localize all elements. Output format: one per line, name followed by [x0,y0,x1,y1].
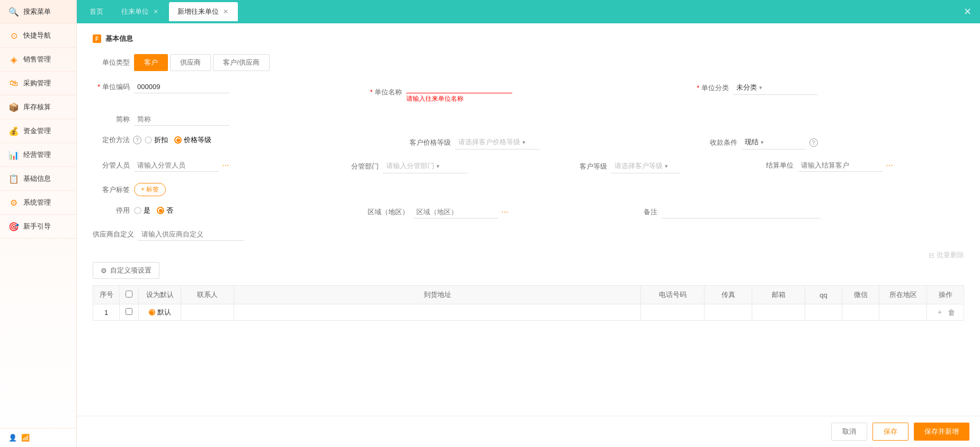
sidebar-label-system: 系统管理 [23,198,51,207]
manager-label: 分管人员 [93,161,130,170]
unit-category-group: 单位分类 未分类 ▾ [692,81,964,95]
section-title: F 基本信息 [93,34,964,43]
remarks-input[interactable] [662,206,821,218]
alias-label: 简称 [93,115,130,124]
row-add-icon[interactable]: ＋ [936,308,943,317]
td-qq [805,304,842,321]
th-action: 操作 [927,286,964,304]
alias-group: 简称 [93,113,964,126]
sidebar-item-quicknav[interactable]: ⊙ 快捷导航 [0,24,76,48]
unit-code-input[interactable] [134,81,229,93]
unit-name-input[interactable] [406,81,512,93]
section-icon: F [93,34,101,43]
tab-new-partner-close[interactable]: ✕ [222,8,229,15]
default-radio[interactable] [149,309,155,315]
region-input[interactable] [413,206,498,218]
tab-new-partner[interactable]: 新增往来单位 ✕ [169,2,238,21]
radio-no[interactable]: 否 [157,206,173,215]
customer-level-label: 客户等级 [570,162,607,171]
td-check [120,304,139,321]
th-checkbox[interactable] [126,291,132,297]
th-default: 设为默认 [139,286,181,304]
radio-yes-label: 是 [144,206,150,215]
dept-select[interactable]: 请输入分管部门 ▾ [383,159,468,173]
save-new-button[interactable]: 保存并新增 [914,423,969,441]
unit-name-error: 请输入往来单位名称 [406,94,512,103]
row-checkbox[interactable] [126,308,132,315]
radio-discount-circle [145,136,152,144]
radio-yes[interactable]: 是 [134,206,150,215]
row-actions: ＋ 🗑 [932,308,958,317]
sidebar-item-guide[interactable]: 🎯 新手引导 [0,215,76,239]
contacts-table: 序号 设为默认 联系人 到货地址 电话号码 传真 邮箱 qq 微信 所在地区 操… [93,285,964,321]
type-btn-supplier[interactable]: 供应商 [170,54,211,71]
td-region [879,304,927,321]
sidebar-label-sales: 销售管理 [23,55,51,64]
customer-level-placeholder: 请选择客户等级 [614,161,663,171]
unit-code-label: 单位编码 [93,82,130,92]
th-email: 邮箱 [752,286,805,304]
region-dots-btn[interactable]: ··· [500,207,509,217]
tab-partners-close[interactable]: ✕ [152,8,159,15]
custom-settings-button[interactable]: ⚙ 自定义项设置 [93,262,159,279]
billing-unit-input[interactable] [798,159,883,172]
payment-terms-label: 收款条件 [700,138,737,147]
unit-name-label: 单位名称 [365,87,402,97]
pricing-help-icon[interactable]: ? [133,136,141,144]
unit-category-select[interactable]: 未分类 ▾ [733,81,818,95]
unit-info-row: 单位编码 单位名称 请输入往来单位名称 单位分类 未分类 ▾ [93,81,964,103]
manager-input-wrap: ··· [134,159,230,172]
type-btn-both[interactable]: 客户/供应商 [213,54,270,71]
td-fax [705,304,752,321]
payment-terms-select[interactable]: 现结 ▾ [742,135,805,150]
sidebar-item-search[interactable]: 🔍 搜索菜单 [0,0,76,24]
batch-delete-label[interactable]: 批量删除 [937,250,964,260]
radio-discount[interactable]: 折扣 [145,135,168,145]
settings-gear-icon: ⚙ [101,267,107,275]
sidebar-item-inventory[interactable]: 📦 库存核算 [0,95,76,119]
supplier-custom-input[interactable] [138,228,244,241]
row-delete-icon[interactable]: 🗑 [948,308,955,317]
manager-input[interactable] [134,159,219,172]
sidebar-item-operations[interactable]: 📊 经营管理 [0,143,76,167]
billing-unit-wrap: ··· [798,159,894,172]
section-title-text: 基本信息 [105,34,133,43]
sidebar-item-basic[interactable]: 📋 基础信息 [0,167,76,191]
add-tag-button[interactable]: + 标签 [134,183,166,196]
tab-partners[interactable]: 往来单位 ✕ [113,2,168,21]
customer-level-select[interactable]: 请选择客户等级 ▾ [611,159,680,173]
tab-home[interactable]: 首页 [81,2,112,21]
remarks-group: 备注 [620,206,964,218]
billing-unit-dots-btn[interactable]: ··· [885,161,894,170]
radio-no-circle [157,207,164,214]
sidebar-item-sales[interactable]: ◈ 销售管理 [0,48,76,72]
sidebar-label-inventory: 库存核算 [23,102,51,112]
sidebar: 🔍 搜索菜单 ⊙ 快捷导航 ◈ 销售管理 🛍 采购管理 📦 库存核算 💰 资金管… [0,0,77,447]
td-default: 默认 [139,304,181,321]
dept-chevron: ▾ [436,163,440,170]
sidebar-item-purchase[interactable]: 🛍 采购管理 [0,72,76,95]
sidebar-item-finance[interactable]: 💰 资金管理 [0,119,76,143]
save-button[interactable]: 保存 [872,423,908,441]
disabled-radio-group: 是 否 [134,206,173,215]
user-icon: 👤 [8,434,17,442]
unit-type-label: 单位类型 [93,58,130,67]
cancel-button[interactable]: 取消 [831,423,867,441]
customer-price-select[interactable]: 请选择客户价格等级 ▾ [455,135,540,150]
alias-input[interactable] [134,113,229,126]
payment-terms-help-icon[interactable]: ? [809,138,818,147]
alias-row: 简称 [93,113,964,126]
batch-delete-icon: ⊟ [929,251,934,259]
content-area: F 基本信息 单位类型 客户 供应商 客户/供应商 单位编码 单位名称 [77,23,980,416]
operations-icon: 📊 [8,150,19,160]
pricing-row: 定价方法 ? 折扣 价格等级 客户价格等级 请选择客户价格等级 [93,135,964,150]
manager-dots-btn[interactable]: ··· [221,161,230,170]
remarks-label: 备注 [620,207,657,217]
radio-price-level[interactable]: 价格等级 [174,135,211,145]
type-btn-customer[interactable]: 客户 [134,54,168,71]
sidebar-label-basic: 基础信息 [23,174,51,183]
tab-bar-close-all[interactable]: ✕ [959,6,976,17]
batch-delete-row: ⊟ 批量删除 [93,250,964,260]
sidebar-item-system[interactable]: ⚙ 系统管理 [0,191,76,215]
system-icon: ⚙ [8,197,19,208]
